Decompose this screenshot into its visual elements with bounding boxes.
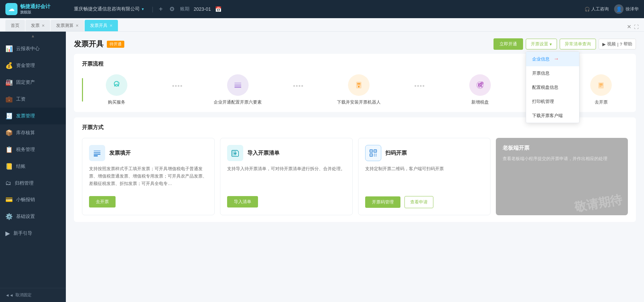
sidebar-item-jichushezhi-label: 基础设置 — [16, 214, 35, 220]
dropdown-item-invoice-info[interactable]: 开票信息 — [526, 66, 579, 80]
settings-button-label: 开票设置 — [531, 41, 548, 47]
sidebar-item-yunbao[interactable]: 📊 云报表中心 — [0, 40, 66, 57]
logo-icon: ☁ — [5, 3, 17, 15]
svg-rect-24 — [375, 150, 376, 152]
help-label: 帮助 — [624, 41, 632, 47]
svg-rect-17 — [94, 152, 100, 153]
header-add-button[interactable]: + — [158, 4, 164, 14]
calendar-icon[interactable]: 📅 — [215, 6, 222, 12]
sidebar-item-gongzi-label: 工资 — [16, 96, 26, 102]
sidebar-item-zijin-label: 资金管理 — [16, 63, 35, 69]
methods-grid: 发票填开 支持按照发票样式手工填开发票；可开具增值税电子普通发票、增值税普通发票… — [82, 138, 628, 215]
method-import-desc: 支持导入待开票清单，可对待开票清单进行拆分、合并处理。 — [227, 165, 346, 192]
logo-area: ☁ 畅捷通好会计 旗舰版 — [5, 3, 66, 15]
tab-invoice-calc-close[interactable]: ✕ — [76, 24, 79, 28]
activate-button[interactable]: 立即开通 — [493, 38, 523, 50]
method-scan-view-button[interactable]: 查看申请 — [404, 196, 433, 208]
flow-step-3: 下载并安装开票机器人 — [332, 74, 386, 105]
sidebar-item-gongzi[interactable]: 💼 工资 — [0, 91, 66, 108]
sidebar-item-zijin[interactable]: 💰 资金管理 — [0, 57, 66, 74]
method-card-import: 导入开票清单 支持导入待开票清单，可对待开票清单进行拆分、合并处理。 导入清单 — [220, 138, 353, 215]
dropdown-item-printer[interactable]: 打印机管理 — [526, 95, 579, 109]
sidebar-item-kucun[interactable]: 📦 库存核算 — [0, 124, 66, 141]
sidebar-item-guding[interactable]: 🏭 固定资产 — [0, 74, 66, 91]
header-settings-icon[interactable]: ⚙ — [168, 4, 176, 14]
flow-step-1-label: 购买服务 — [108, 99, 125, 105]
svg-rect-3 — [234, 84, 241, 86]
flow-connector-3 — [386, 85, 453, 87]
method-card-boss: 老板端开票 查看老板端小程序提交的开票申请，并作出相应的处理 敬请期待 — [496, 138, 628, 215]
svg-rect-2 — [234, 82, 241, 84]
gongzi-icon: 💼 — [5, 96, 13, 103]
sidebar-item-jiezhang-label: 结账 — [16, 163, 26, 169]
sidebar-item-jiezhang[interactable]: 📒 结账 — [0, 158, 66, 175]
page-actions: 立即开通 开票设置 ▾ 企业信息 → 开票信息 — [493, 38, 636, 50]
svg-rect-19 — [94, 155, 98, 156]
flow-connector-1 — [143, 85, 211, 87]
tab-invoice-calc[interactable]: 发票测算 ✕ — [51, 20, 84, 31]
sidebar-item-xinshouyin[interactable]: ▶ 新手引导 — [0, 225, 66, 242]
window-maximize-button[interactable]: ⛶ — [634, 24, 639, 30]
sidebar-item-xinshouyin-label: 新手引导 — [13, 230, 32, 236]
header-right: 🎧 人工咨询 👤 徐泽华 — [585, 4, 639, 14]
tab-invoice-issue[interactable]: 发票开具 ✕ — [85, 20, 118, 31]
consult-button[interactable]: 🎧 人工咨询 — [585, 6, 609, 12]
dropdown-item-company-info[interactable]: 企业信息 → — [526, 52, 579, 66]
user-menu[interactable]: 👤 徐泽华 — [614, 4, 639, 14]
invoice-info-label: 开票信息 — [532, 71, 550, 76]
flow-step-2-icon — [227, 74, 249, 96]
settings-button[interactable]: 开票设置 ▾ — [526, 39, 557, 49]
video-button[interactable]: ▶ 视频 | ? 帮助 — [599, 39, 636, 49]
dropdown-item-download-client[interactable]: 下载开票客户端 — [526, 109, 579, 123]
flow-step-1: 购买服务 — [90, 74, 143, 105]
kucun-icon: 📦 — [5, 129, 13, 137]
cancel-pin-button[interactable]: ◄◄ 取消固定 — [0, 288, 66, 302]
dropdown-item-tax-disk[interactable]: 配置税盘信息 — [526, 80, 579, 95]
shuiwu-icon: 📋 — [5, 146, 13, 153]
consult-label: 人工咨询 — [591, 6, 609, 12]
sidebar-item-fapiao[interactable]: 🧾 发票管理 — [0, 108, 66, 124]
method-fill-button[interactable]: 去开票 — [89, 196, 116, 207]
methods-block: 开票方式 — [74, 117, 636, 222]
method-scan-icon — [365, 145, 381, 161]
svg-rect-22 — [371, 150, 372, 152]
svg-rect-14 — [599, 85, 603, 86]
tab-invoice-close[interactable]: ✕ — [42, 24, 45, 28]
window-close-button[interactable]: ✕ — [627, 24, 631, 30]
top-header: ☁ 畅捷通好会计 旗舰版 重庆畅捷交通信息咨询有限公司 ▾ | + ⚙ 账期 2… — [0, 0, 644, 18]
company-dropdown-icon: ▾ — [142, 7, 144, 11]
status-badge: 待开通 — [107, 41, 124, 48]
logo-text-block: 畅捷通好会计 旗舰版 — [20, 3, 50, 15]
sidebar-scroll-up[interactable]: ▲ — [0, 32, 66, 40]
yunbao-icon: 📊 — [5, 45, 13, 52]
sidebar-item-guidang[interactable]: 🗂 归档管理 — [0, 175, 66, 191]
tab-home[interactable]: 首页 — [5, 20, 25, 31]
sidebar-item-baoxiao[interactable]: 💳 小畅报销 — [0, 191, 66, 208]
method-import-icon — [227, 145, 243, 161]
company-selector[interactable]: 重庆畅捷交通信息咨询有限公司 ▾ — [70, 4, 148, 14]
period-label: 账期 — [180, 6, 189, 12]
sidebar-item-kucun-label: 库存核算 — [16, 130, 35, 136]
content-area: 发票开具 待开通 立即开通 开票设置 ▾ 企业信息 → — [66, 32, 644, 302]
xinshouyin-icon: ▶ — [5, 230, 10, 237]
method-import-button[interactable]: 导入清单 — [227, 196, 258, 207]
methods-section: 开票方式 — [66, 117, 644, 227]
svg-rect-15 — [599, 86, 601, 87]
cancel-pin-icon: ◄◄ — [5, 293, 13, 298]
download-client-label: 下载开票客户端 — [532, 113, 563, 118]
svg-rect-13 — [599, 84, 603, 84]
svg-rect-4 — [234, 86, 241, 88]
method-scan-button[interactable]: 开票码管理 — [365, 196, 400, 208]
tab-invoice-issue-close[interactable]: ✕ — [110, 24, 113, 28]
guding-icon: 🏭 — [5, 79, 13, 86]
separator: | — [617, 42, 618, 47]
tax-disk-label: 配置税盘信息 — [532, 85, 558, 90]
methods-section-title: 开票方式 — [82, 124, 628, 131]
tab-invoice[interactable]: 发票 ✕ — [26, 20, 50, 31]
tab-bar: 首页 发票 ✕ 发票测算 ✕ 发票开具 ✕ ✕ ⛶ — [0, 18, 644, 32]
sidebar-item-jichushezhi[interactable]: ⚙️ 基础设置 — [0, 208, 66, 225]
page-title-area: 发票开具 待开通 — [74, 39, 124, 49]
video-play-icon: ▶ — [602, 42, 606, 47]
alert-list-button[interactable]: 异常清单查询 — [560, 39, 596, 49]
sidebar-item-shuiwu[interactable]: 📋 税务管理 — [0, 141, 66, 158]
